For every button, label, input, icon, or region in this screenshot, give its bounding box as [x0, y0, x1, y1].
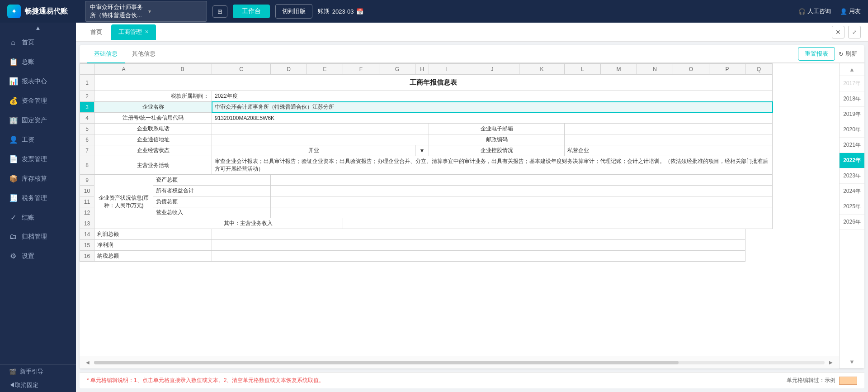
cell-3-value[interactable]: 中审众环会计师事务所（特殊普通合伙）江苏分所 — [212, 102, 773, 113]
table-row: 11 负债总额 — [80, 196, 773, 207]
old-version-button[interactable]: 切到旧版 — [275, 4, 312, 19]
cell-8-value[interactable]: 审查企业会计报表；出具审计报告；验证企业资本；出具验资报告；办理企业合并、分立、… — [212, 156, 773, 175]
col-header-e[interactable]: E — [307, 64, 343, 75]
cell-12-value[interactable] — [271, 207, 773, 218]
calendar-icon[interactable]: 📅 — [356, 8, 363, 15]
cell-5-email[interactable] — [565, 124, 773, 134]
row-num-15: 15 — [80, 240, 94, 251]
year-item-2024[interactable]: 2024年 — [840, 184, 864, 199]
col-header-i[interactable]: I — [429, 64, 465, 75]
sidebar-item-inventory[interactable]: 📦 库存核算 — [0, 169, 76, 188]
cell-7-holding-value[interactable]: 私营企业 — [565, 145, 773, 156]
new-guide-button[interactable]: 🎬 新手引导 — [0, 365, 76, 378]
consult-icon: 🎧 — [798, 8, 806, 15]
scroll-track[interactable] — [94, 361, 825, 364]
year-item-2023[interactable]: 2023年 — [840, 168, 864, 184]
horizontal-scrollbar[interactable]: ◀ ▶ — [80, 356, 839, 368]
cell-7-dropdown-icon[interactable]: ▼ — [415, 145, 429, 156]
window-expand-button[interactable]: ⤢ — [848, 26, 861, 38]
sub-tab-other[interactable]: 其他信息 — [125, 45, 163, 63]
sub-tab-basic[interactable]: 基础信息 — [87, 45, 125, 63]
col-header-j[interactable]: J — [465, 64, 519, 75]
year-item-2025[interactable]: 2025年 — [840, 199, 864, 215]
cell-6-address[interactable] — [212, 134, 429, 145]
year-item-2018[interactable]: 2018年 — [840, 91, 864, 107]
cell-5-phone[interactable] — [212, 124, 429, 134]
row-num-4: 4 — [80, 113, 94, 124]
col-header-d[interactable]: D — [271, 64, 307, 75]
col-header-n[interactable]: N — [637, 64, 673, 75]
sidebar-item-home[interactable]: ⌂ 首页 — [0, 33, 76, 52]
copy-company-button[interactable]: ⊞ — [212, 5, 227, 18]
tab-close-icon[interactable]: ✕ — [145, 29, 149, 35]
sidebar-scroll-up[interactable]: ▲ — [0, 23, 76, 33]
col-header-p[interactable]: P — [709, 64, 745, 75]
cell-2-value[interactable]: 2022年度 — [212, 91, 773, 102]
year-item-2026[interactable]: 2026年 — [840, 215, 864, 230]
tab-home[interactable]: 首页 — [83, 24, 109, 40]
year-item-2019[interactable]: 2019年 — [840, 107, 864, 122]
year-item-2017[interactable]: 2017年 — [840, 76, 864, 91]
scroll-thumb[interactable] — [94, 361, 679, 364]
col-header-c[interactable]: C — [212, 64, 271, 75]
sidebar-item-reports[interactable]: 📊 报表中心 — [0, 72, 76, 91]
user-area[interactable]: 👤 用友 — [840, 7, 861, 15]
sidebar-item-payroll[interactable]: 👤 工资 — [0, 130, 76, 149]
row-num-3: 3 — [80, 102, 94, 113]
cell-11-value[interactable] — [271, 196, 773, 207]
cell-15-value[interactable] — [212, 240, 745, 251]
cell-16-value[interactable] — [212, 251, 745, 262]
table-row: 9 企业资产状况信息(币种：人民币万元) 资产总额 — [80, 175, 773, 186]
cell-10-value[interactable] — [271, 186, 773, 196]
tab-bar-right: ✕ ⤢ — [832, 26, 861, 38]
col-header-a[interactable]: A — [94, 64, 153, 75]
col-header-h[interactable]: H — [415, 64, 429, 75]
sidebar-label-finance: 资金管理 — [22, 97, 47, 105]
col-header-q[interactable]: Q — [745, 64, 773, 75]
cell-4-value[interactable]: 91320100MA208E5W6K — [212, 113, 773, 124]
sidebar-item-archive[interactable]: 🗂 归档管理 — [0, 227, 76, 246]
refresh-button[interactable]: ↻ 刷新 — [839, 50, 857, 58]
sidebar-item-finance[interactable]: 💰 资金管理 — [0, 91, 76, 110]
window-close-button[interactable]: ✕ — [832, 26, 844, 38]
company-selector[interactable]: 中审众环会计师事务所（特殊普通合伙... ▼ — [85, 1, 207, 22]
sub-tabs-header: 基础信息 其他信息 重置报表 ↻ 刷新 — [80, 45, 864, 63]
year-item-2020[interactable]: 2020年 — [840, 122, 864, 138]
year-scroll-down-button[interactable]: ▼ — [840, 356, 864, 368]
cell-13-label: 其中：主营业务收入 — [153, 218, 343, 229]
sidebar-item-invoice[interactable]: 📄 发票管理 — [0, 149, 76, 169]
sidebar-item-settings[interactable]: ⚙ 设置 — [0, 246, 76, 266]
reset-button[interactable]: 重置报表 — [798, 47, 835, 61]
cell-7-status[interactable]: 开业 — [212, 145, 415, 156]
spreadsheet-table: A B C D E F G H I J — [80, 63, 773, 262]
col-header-m[interactable]: M — [601, 64, 637, 75]
cell-13-value[interactable] — [343, 218, 773, 229]
col-header-b[interactable]: B — [153, 64, 212, 75]
col-header-g[interactable]: G — [379, 64, 415, 75]
sidebar-item-ledger[interactable]: 📋 总账 — [0, 52, 76, 72]
scroll-right-arrow[interactable]: ▶ — [826, 358, 835, 367]
spreadsheet-container[interactable]: A B C D E F G H I J — [80, 63, 839, 356]
cell-6-zip[interactable] — [565, 134, 773, 145]
cell-14-value[interactable] — [212, 229, 745, 240]
unpin-button[interactable]: ◀取消固定 — [0, 378, 76, 392]
row-num-8: 8 — [80, 156, 94, 175]
col-header-o[interactable]: O — [673, 64, 709, 75]
year-item-2021[interactable]: 2021年 — [840, 138, 864, 153]
scroll-left-arrow[interactable]: ◀ — [83, 358, 92, 367]
consult-button[interactable]: 🎧 人工咨询 — [798, 7, 831, 15]
tab-home-label: 首页 — [90, 28, 102, 36]
sub-tab-actions: 重置报表 ↻ 刷新 — [798, 47, 857, 61]
col-header-k[interactable]: K — [519, 64, 565, 75]
year-item-2022[interactable]: 2022年 — [840, 153, 864, 168]
sidebar-label-tax: 税务管理 — [22, 194, 47, 202]
col-header-f[interactable]: F — [343, 64, 379, 75]
cell-9-value[interactable] — [271, 175, 773, 186]
workbench-button[interactable]: 工作台 — [233, 5, 270, 18]
sidebar-item-closing[interactable]: ✓ 结账 — [0, 208, 76, 227]
tab-business[interactable]: 工商管理 ✕ — [111, 24, 156, 40]
sidebar-item-assets[interactable]: 🏢 固定资产 — [0, 110, 76, 130]
col-header-l[interactable]: L — [565, 64, 601, 75]
sidebar-item-tax[interactable]: 🧾 税务管理 — [0, 188, 76, 208]
year-scroll-up-button[interactable]: ▲ — [840, 63, 864, 76]
